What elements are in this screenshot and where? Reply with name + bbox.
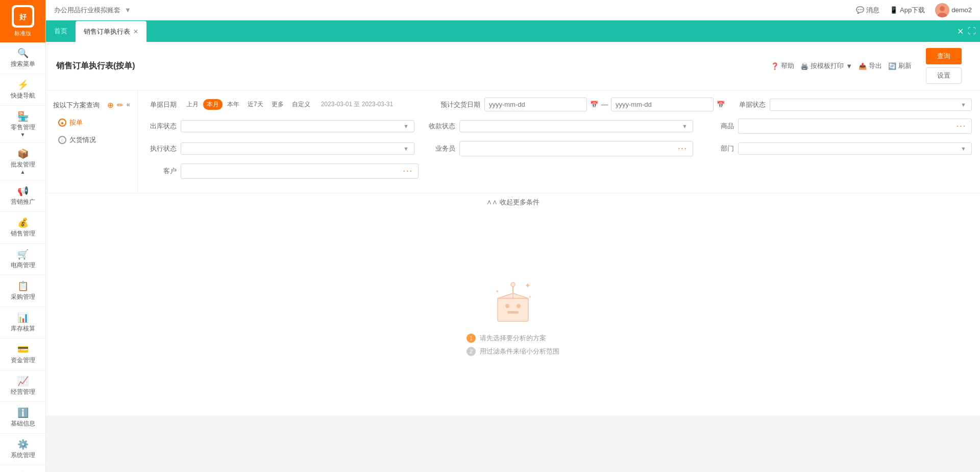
sidebar-item-operations-label: 经营管理: [11, 388, 35, 396]
tab-close-icon[interactable]: ✕: [133, 28, 138, 35]
out-status-chevron: ▼: [403, 123, 409, 129]
tab-sales-order[interactable]: 销售订单执行表 ✕: [76, 21, 146, 42]
settings-button[interactable]: 设置: [926, 67, 962, 84]
message-label: 消息: [866, 6, 879, 15]
export-button[interactable]: 📤 导出: [859, 61, 882, 70]
help-icon: ❓: [771, 62, 779, 70]
top-bar-right: 💬 消息 📱 App下载 demo2: [856, 3, 972, 17]
collapse-row[interactable]: ∧∧ 收起更多条件: [46, 193, 980, 211]
sidebar-item-sales-label: 销售管理: [11, 229, 35, 238]
filter-nav-欠货情况[interactable]: ○ 欠货情况: [46, 131, 137, 149]
cal-icon-2[interactable]: 📅: [717, 101, 725, 108]
date-tab-this-year[interactable]: 本年: [224, 99, 243, 110]
print-dropdown-icon: ▼: [846, 62, 852, 70]
page-actions: ❓ 帮助 🖨️ 按模板打印 ▼ 📤 导出 🔄 刷新 查询: [771, 48, 970, 84]
user-avatar: [935, 3, 949, 17]
tab-expand-icon[interactable]: ⛶: [968, 27, 976, 36]
sidebar-item-retail[interactable]: 🏪 零售管理 ▼: [0, 106, 45, 143]
sidebar-item-nav[interactable]: ⚡ 快捷导航: [0, 74, 45, 106]
customer-more-icon[interactable]: ···: [403, 167, 413, 176]
sidebar-menu: 🔍 搜索菜单 ⚡ 快捷导航 🏪 零售管理 ▼ 📦 批发管理 ▲ 📢 营销推广 💰…: [0, 42, 45, 472]
cal-icon-1[interactable]: 📅: [590, 101, 598, 108]
system-icon: ⚙️: [17, 439, 29, 450]
refresh-label: 刷新: [898, 61, 912, 70]
exec-status-label: 执行状态: [146, 144, 177, 153]
dept-label: 部门: [703, 144, 734, 153]
date-tab-this-month[interactable]: 本月: [203, 99, 223, 110]
date-tab-last-month[interactable]: 上月: [183, 99, 202, 110]
date-tab-7days[interactable]: 近7天: [244, 99, 267, 110]
svg-text:✦: ✦: [495, 289, 499, 294]
empty-tips: 1 请先选择要分析的方案 2 用过滤条件来缩小分析范围: [467, 334, 559, 356]
dept-select[interactable]: ▼: [738, 143, 972, 155]
tab-home[interactable]: 首页: [46, 20, 76, 42]
doc-status-chevron: ▼: [961, 102, 966, 108]
sidebar-item-operations[interactable]: 📈 经营管理: [0, 370, 45, 402]
page-header: 销售订单执行表(按单) ❓ 帮助 🖨️ 按模板打印 ▼ 📤 导出 🔄 刷新: [46, 42, 980, 90]
payment-status-field: 收款状态 ▼: [425, 120, 693, 132]
product-more-icon[interactable]: ···: [957, 122, 966, 131]
query-button[interactable]: 查询: [926, 48, 962, 64]
sidebar-item-finance[interactable]: 💳 资金管理: [0, 339, 45, 370]
product-select[interactable]: ···: [738, 119, 972, 134]
logo-area[interactable]: 好 标准版: [0, 0, 45, 42]
top-bar-left: 办公用品行业模拟账套 ▼: [54, 6, 131, 15]
print-icon: 🖨️: [800, 62, 808, 70]
help-label: 帮助: [781, 61, 794, 70]
chevron-up-icon: ▲: [20, 169, 26, 175]
edit-filter-icon[interactable]: ✏: [117, 101, 124, 110]
dept-chevron: ▼: [961, 146, 966, 152]
app-download-label: App下载: [900, 6, 925, 15]
sidebar-item-sales[interactable]: 💰 销售管理: [0, 212, 45, 244]
salesperson-more-icon[interactable]: ···: [678, 144, 688, 153]
salesperson-field: 业务员 ···: [425, 141, 693, 156]
expected-date-end[interactable]: [611, 98, 714, 111]
sidebar-item-ecommerce[interactable]: 🛒 电商管理: [0, 244, 45, 275]
sidebar-item-purchase[interactable]: 📋 采购管理: [0, 275, 45, 307]
message-button[interactable]: 💬 消息: [856, 6, 879, 15]
out-status-select[interactable]: ▼: [181, 120, 414, 132]
app-download-button[interactable]: 📱 App下载: [890, 6, 925, 15]
logo-icon: 好: [12, 5, 34, 28]
filter-nav-按单[interactable]: ● 按单: [46, 114, 137, 131]
customer-field: 客户 ···: [146, 163, 419, 179]
sidebar-item-wholesale[interactable]: 📦 批发管理 ▲: [0, 143, 45, 180]
salesperson-select[interactable]: ···: [459, 141, 693, 156]
add-filter-icon[interactable]: ⊕: [107, 101, 114, 110]
sidebar-item-basic[interactable]: ℹ️ 基础信息: [0, 402, 45, 434]
search-fields: 单据日期 上月 本月 本年 近7天 更多 自定义 2023-03-01 至 20…: [138, 90, 980, 193]
date-tab-more[interactable]: 更多: [268, 99, 287, 110]
sidebar-item-system[interactable]: ⚙️ 系统管理: [0, 434, 45, 465]
doc-status-select[interactable]: ▼: [770, 99, 972, 111]
date-tab-custom[interactable]: 自定义: [288, 99, 314, 110]
tab-sales-order-label: 销售订单执行表: [84, 27, 130, 36]
user-area[interactable]: demo2: [935, 3, 972, 17]
collapse-icon: ∧∧: [486, 198, 500, 206]
search-icon: 🔍: [17, 48, 29, 59]
refresh-button[interactable]: 🔄 刷新: [888, 61, 912, 70]
date-sep: —: [601, 101, 608, 108]
sales-icon: 💰: [17, 217, 29, 228]
collapse-filter-icon[interactable]: «: [127, 101, 130, 110]
sidebar-item-inventory[interactable]: 📊 库存核算: [0, 307, 45, 339]
empty-illustration: ✦ ✦ ✦: [485, 270, 541, 326]
help-button[interactable]: ❓ 帮助: [771, 61, 794, 70]
svg-text:✦: ✦: [525, 281, 531, 290]
finance-icon: 💳: [17, 344, 29, 355]
sidebar-item-wholesale-label: 批发管理: [11, 160, 35, 169]
breadcrumb-dropdown-icon[interactable]: ▼: [125, 6, 131, 14]
sidebar-item-enterprise[interactable]: 🏢 企业协同: [0, 465, 45, 472]
customer-select[interactable]: ···: [181, 163, 419, 179]
tip-text-1: 请先选择要分析的方案: [480, 334, 546, 343]
print-button[interactable]: 🖨️ 按模板打印 ▼: [800, 61, 852, 70]
expected-date-label: 预计交货日期: [440, 100, 480, 109]
expected-date-start[interactable]: [484, 98, 587, 111]
date-label: 单据日期: [146, 100, 177, 109]
export-label: 导出: [869, 61, 882, 70]
exec-status-select[interactable]: ▼: [181, 143, 414, 155]
sidebar-item-marketing[interactable]: 📢 营销推广: [0, 180, 45, 212]
filter-nav-欠货情况-label: 欠货情况: [69, 135, 96, 145]
payment-status-select[interactable]: ▼: [459, 120, 693, 132]
sidebar-item-search[interactable]: 🔍 搜索菜单: [0, 42, 45, 74]
tab-close-all-icon[interactable]: ✕: [957, 27, 964, 36]
